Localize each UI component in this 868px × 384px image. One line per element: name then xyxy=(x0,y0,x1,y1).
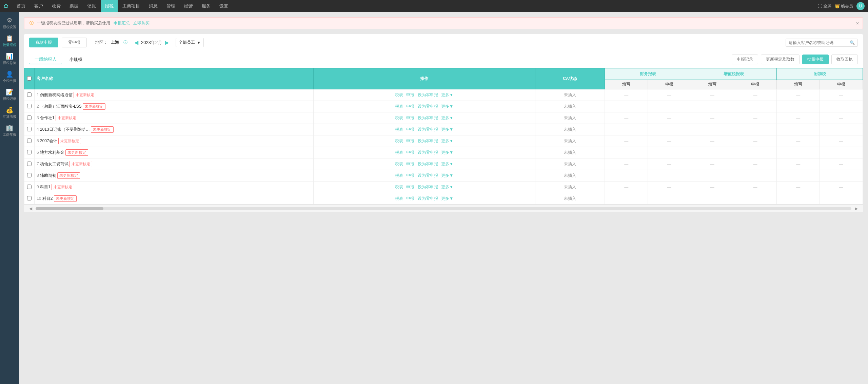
search-input[interactable] xyxy=(789,40,850,45)
scrollbar-track[interactable] xyxy=(36,207,851,210)
row-checkbox[interactable] xyxy=(27,173,32,177)
row-checkbox[interactable] xyxy=(27,138,32,143)
row-checkbox[interactable] xyxy=(27,92,32,97)
th-checkbox[interactable] xyxy=(24,68,35,89)
member-button[interactable]: 👑 畅会员 xyxy=(835,3,853,9)
op-zero-report[interactable]: 设为零申报 xyxy=(418,185,438,189)
nav-accounting[interactable]: 记账 xyxy=(83,0,100,12)
op-zero-report[interactable]: 设为零申报 xyxy=(418,196,438,201)
subtab-small-scale[interactable]: 小规模 xyxy=(64,55,88,64)
banner-close-button[interactable]: ✕ xyxy=(856,21,859,26)
op-tax-table[interactable]: 税表 xyxy=(395,92,403,97)
row-checkbox-cell[interactable] xyxy=(24,158,35,170)
op-report[interactable]: 申报 xyxy=(406,138,414,143)
nav-settings[interactable]: 设置 xyxy=(215,0,232,12)
op-zero-report[interactable]: 设为零申报 xyxy=(418,138,438,143)
op-tax-table[interactable]: 税表 xyxy=(395,115,403,120)
tab-tax-declaration[interactable]: 税款申报 xyxy=(29,38,58,47)
batch-report-button[interactable]: 批量申报 xyxy=(802,55,829,64)
op-report[interactable]: 申报 xyxy=(406,92,414,97)
op-report[interactable]: 申报 xyxy=(406,173,414,178)
sidebar-item-tax-record[interactable]: 📝 报税记录 xyxy=(0,86,19,104)
banner-link-summary[interactable]: 申报汇总 xyxy=(114,20,130,26)
sidebar-item-annual-report[interactable]: 🏢 工商年报 xyxy=(0,122,19,140)
nav-service[interactable]: 服务 xyxy=(198,0,215,12)
update-tax-button[interactable]: 更新税定及取数 xyxy=(761,55,800,64)
op-report[interactable]: 申报 xyxy=(406,115,414,120)
op-report[interactable]: 申报 xyxy=(406,196,414,201)
op-more[interactable]: 更多▼ xyxy=(441,196,453,201)
op-more[interactable]: 更多▼ xyxy=(441,115,453,120)
op-more[interactable]: 更多▼ xyxy=(441,173,453,178)
search-icon[interactable]: 🔍 xyxy=(850,40,855,45)
op-more[interactable]: 更多▼ xyxy=(441,185,453,189)
row-checkbox-cell[interactable] xyxy=(24,89,35,101)
op-zero-report[interactable]: 设为零申报 xyxy=(418,127,438,132)
nav-operation[interactable]: 经营 xyxy=(180,0,197,12)
row-checkbox-cell[interactable] xyxy=(24,101,35,112)
scrollbar-thumb[interactable] xyxy=(36,207,103,210)
op-tax-table[interactable]: 税表 xyxy=(395,104,403,109)
search-box[interactable]: 🔍 xyxy=(786,39,858,47)
op-tax-table[interactable]: 税表 xyxy=(395,185,403,189)
op-more[interactable]: 更多▼ xyxy=(441,92,453,97)
record-button[interactable]: 申报记录 xyxy=(732,55,758,64)
op-tax-table[interactable]: 税表 xyxy=(395,138,403,143)
user-avatar[interactable]: U xyxy=(856,2,865,10)
row-checkbox-cell[interactable] xyxy=(24,135,35,147)
op-tax-table[interactable]: 税表 xyxy=(395,127,403,132)
op-report[interactable]: 申报 xyxy=(406,185,414,189)
op-zero-report[interactable]: 设为零申报 xyxy=(418,150,438,155)
employee-selector[interactable]: 全部员工 ▼ xyxy=(176,38,204,47)
banner-link-buy[interactable]: 立即购买 xyxy=(133,20,150,26)
row-checkbox-cell[interactable] xyxy=(24,182,35,193)
op-more[interactable]: 更多▼ xyxy=(441,127,453,132)
op-more[interactable]: 更多▼ xyxy=(441,138,453,143)
op-zero-report[interactable]: 设为零申报 xyxy=(418,162,438,166)
op-report[interactable]: 申报 xyxy=(406,162,414,166)
nav-tax[interactable]: 报税 xyxy=(101,0,118,12)
op-tax-table[interactable]: 税表 xyxy=(395,173,403,178)
nav-message[interactable]: 消息 xyxy=(145,0,162,12)
row-checkbox-cell[interactable] xyxy=(24,112,35,124)
op-more[interactable]: 更多▼ xyxy=(441,104,453,109)
row-checkbox-cell[interactable] xyxy=(24,170,35,182)
op-zero-report[interactable]: 设为零申报 xyxy=(418,92,438,97)
nav-client[interactable]: 客户 xyxy=(30,0,47,12)
row-checkbox-cell[interactable] xyxy=(24,193,35,205)
row-checkbox[interactable] xyxy=(27,162,32,166)
scroll-left-arrow[interactable]: ◀ xyxy=(29,206,32,211)
row-checkbox[interactable] xyxy=(27,115,32,120)
row-checkbox[interactable] xyxy=(27,196,32,200)
op-zero-report[interactable]: 设为零申报 xyxy=(418,104,438,109)
op-report[interactable]: 申报 xyxy=(406,127,414,132)
sidebar-item-tax-overview[interactable]: 📊 报税总览 xyxy=(0,50,19,68)
op-more[interactable]: 更多▼ xyxy=(441,162,453,166)
op-more[interactable]: 更多▼ xyxy=(441,150,453,155)
sidebar-item-personal-tax[interactable]: 👤 个税申报 xyxy=(0,68,19,86)
date-prev-button[interactable]: ◀ xyxy=(134,39,138,46)
nav-home[interactable]: 首页 xyxy=(13,0,29,12)
retrieve-button[interactable]: 收取回执 xyxy=(831,55,858,64)
op-zero-report[interactable]: 设为零申报 xyxy=(418,115,438,120)
nav-business[interactable]: 工商项目 xyxy=(118,0,144,12)
row-checkbox-cell[interactable] xyxy=(24,147,35,158)
fullscreen-button[interactable]: ⛶ 全屏 xyxy=(818,3,831,9)
subtab-general-taxpayer[interactable]: 一般纳税人 xyxy=(29,55,62,64)
nav-invoice[interactable]: 票据 xyxy=(65,0,82,12)
nav-manage[interactable]: 管理 xyxy=(162,0,179,12)
sidebar-item-settlement[interactable]: 💰 汇算清缴 xyxy=(0,104,19,122)
date-next-button[interactable]: ▶ xyxy=(165,39,169,46)
op-report[interactable]: 申报 xyxy=(406,104,414,109)
sidebar-item-tax-settings[interactable]: ⚙ 报税设置 xyxy=(0,14,19,32)
tab-zero-declaration[interactable]: 零申报 xyxy=(62,38,87,47)
row-checkbox[interactable] xyxy=(27,150,32,154)
employee-dropdown[interactable]: 全部员工 ▼ xyxy=(176,38,204,47)
op-report[interactable]: 申报 xyxy=(406,150,414,155)
row-checkbox[interactable] xyxy=(27,185,32,189)
op-tax-table[interactable]: 税表 xyxy=(395,196,403,201)
op-tax-table[interactable]: 税表 xyxy=(395,162,403,166)
nav-billing[interactable]: 收费 xyxy=(48,0,65,12)
select-all-checkbox[interactable] xyxy=(27,76,32,81)
op-tax-table[interactable]: 税表 xyxy=(395,150,403,155)
